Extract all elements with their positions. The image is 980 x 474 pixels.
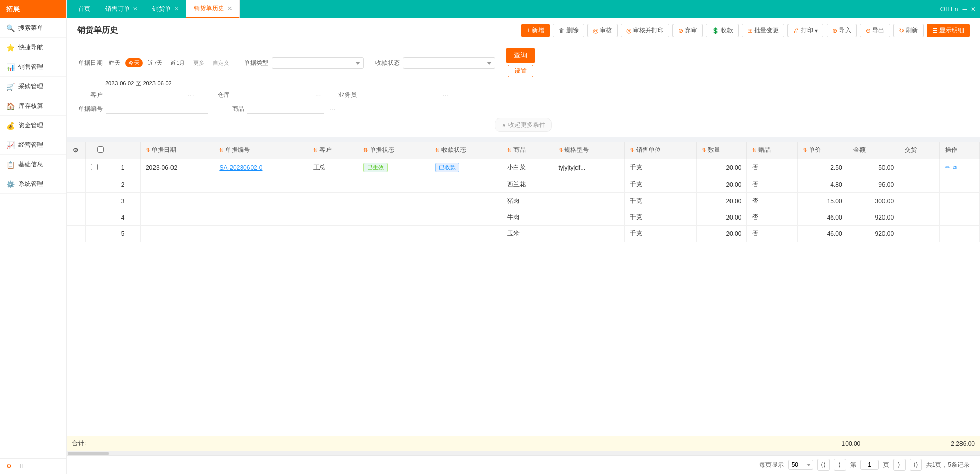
refresh-icon: ↻ [899,27,904,34]
sidebar-item-inventory[interactable]: 🏠 库存核算 [0,96,66,116]
tab-sales-order-close[interactable]: ✕ [133,6,138,12]
tab-sales-history-close[interactable]: ✕ [227,5,232,12]
table-row: 2西兰花千克20.00否4.8096.00 [67,176,980,193]
sidebar-item-purchase-mgmt[interactable]: 🛒 采购管理 [0,77,66,96]
customer-input[interactable] [106,90,183,100]
salesperson-dots-btn[interactable]: ··· [442,91,448,100]
date-tag-more[interactable]: 更多 [190,58,207,67]
cell-checkbox[interactable] [85,209,116,226]
cell-checkbox[interactable] [85,226,116,242]
per-page-label: 每页显示 [759,461,784,469]
cell-checkbox[interactable] [85,193,116,209]
per-page-select[interactable]: 50 100 [788,460,813,470]
th-price[interactable]: ⇅ 单价 [797,142,848,159]
settings-button[interactable]: 设置 [508,65,533,77]
window-minimize-icon[interactable]: ─ [962,6,967,13]
tab-sales-history[interactable]: 销货单历史 ✕ [186,0,240,18]
doc-no-link[interactable]: SA-20230602-0 [219,164,262,171]
sidebar-item-finance-mgmt[interactable]: 💰 资金管理 [0,116,66,135]
customer-dots-btn[interactable]: ··· [188,91,194,100]
salesperson-label: 业务员 [331,91,357,100]
row-checkbox[interactable] [91,164,98,170]
date-tag-7days[interactable]: 近7天 [145,58,165,67]
th-customer[interactable]: ⇅ 客户 [308,142,358,159]
import-button[interactable]: ⊕ 导入 [827,24,857,37]
action-btn[interactable]: ⧉ [953,164,957,171]
tab-sales-goods-close[interactable]: ✕ [174,6,179,12]
cell-checkbox[interactable] [85,176,116,193]
sidebar-item-search-menu[interactable]: 🔍 搜索菜单 [0,18,66,38]
pg-last-btn[interactable]: ⟩⟩ [910,459,922,471]
audit-print-button[interactable]: ◎ 审核并打印 [621,24,669,37]
collect-button[interactable]: 💲 收款 [706,24,739,37]
query-button[interactable]: 查询 [506,48,535,63]
sidebar-item-system-mgmt[interactable]: ⚙️ 系统管理 [0,174,66,194]
cell-doc-no[interactable] [214,209,308,226]
audit-print-label: 审核并打印 [633,26,664,35]
cell-checkbox[interactable] [85,159,116,176]
new-button[interactable]: + 新增 [521,24,550,37]
sidebar-settings-icon[interactable]: ⚙ [6,463,12,470]
doc-no-input[interactable] [106,104,208,114]
cell-customer [308,176,358,193]
filter-goods: 商品 ··· [219,104,336,114]
display-icon: ☰ [932,27,938,34]
export-button[interactable]: ⊖ 导出 [860,24,890,37]
th-gear[interactable]: ⚙ [67,142,85,159]
date-tag-custom[interactable]: 自定义 [209,58,233,67]
display-detail-button[interactable]: ☰ 显示明细 [927,24,970,37]
filter-right-btns: 查询 设置 [506,48,535,77]
cell-action [939,209,979,226]
th-qty[interactable]: ⇅ 数量 [697,142,747,159]
th-gift[interactable]: ⇅ 赠品 [747,142,797,159]
abandon-button[interactable]: ⊘ 弃审 [672,24,703,37]
pg-first-btn[interactable]: ⟨⟨ [817,459,830,471]
th-doc-date[interactable]: ⇅ 单据日期 [140,142,214,159]
doc-type-select[interactable] [272,57,364,69]
action-btn[interactable]: ✏ [945,164,950,171]
cell-doc-no[interactable] [214,176,308,193]
window-close-icon[interactable]: ✕ [971,6,976,13]
batch-change-button[interactable]: ⊞ 批量变更 [742,24,784,37]
tab-sales-goods[interactable]: 销货单 ✕ [145,0,186,18]
audit-button[interactable]: ◎ 审核 [587,24,618,37]
th-doc-status[interactable]: ⇅ 单据状态 [358,142,430,159]
delete-button[interactable]: 🗑 删除 [553,24,584,37]
salesperson-input[interactable] [360,90,437,100]
sidebar-collapse-icon[interactable]: ⏸ [18,463,24,470]
date-tag-yesterday[interactable]: 昨天 [106,58,123,67]
date-tag-1month[interactable]: 近1月 [167,58,188,67]
th-payment-status[interactable]: ⇅ 收款状态 [430,142,502,159]
cell-doc-no[interactable] [214,226,308,242]
tab-home[interactable]: 首页 [71,0,98,18]
date-tag-today[interactable]: 今天 [125,58,143,67]
warehouse-dots-btn[interactable]: ··· [315,91,321,100]
cell-doc-no[interactable] [214,193,308,209]
th-doc-no[interactable]: ⇅ 单据编号 [214,142,308,159]
sidebar-item-operation-mgmt[interactable]: 📈 经营管理 [0,135,66,155]
th-unit[interactable]: ⇅ 销售单位 [625,142,697,159]
scrollbar-area[interactable] [67,451,980,455]
collapse-button[interactable]: ∧ 收起更多条件 [495,118,552,132]
scrollbar-thumb[interactable] [68,452,109,455]
goods-dots-btn[interactable]: ··· [330,105,336,113]
cell-trade [899,226,939,242]
warehouse-input[interactable] [233,90,310,100]
pg-next-btn[interactable]: ⟩ [893,459,906,471]
print-button[interactable]: 🖨 打印 ▾ [787,24,823,37]
refresh-button[interactable]: ↻ 刷新 [893,24,924,37]
sidebar-item-basic-info[interactable]: 📋 基础信息 [0,155,66,174]
cart-icon: 🛒 [6,83,14,91]
tab-sales-order[interactable]: 销售订单 ✕ [98,0,145,18]
payment-status-select[interactable] [403,57,495,69]
select-all-checkbox[interactable] [97,146,104,153]
th-checkbox[interactable] [85,142,116,159]
th-spec[interactable]: ⇅ 规格型号 [553,142,625,159]
sidebar-item-sales-mgmt[interactable]: 📊 销售管理 [0,57,66,77]
th-goods[interactable]: ⇅ 商品 [502,142,553,159]
sidebar-item-quick-nav[interactable]: ⭐ 快捷导航 [0,38,66,57]
page-input[interactable] [860,460,879,470]
goods-input[interactable] [247,104,324,114]
cell-doc-no[interactable]: SA-20230602-0 [214,159,308,176]
pg-prev-btn[interactable]: ⟨ [834,459,846,471]
